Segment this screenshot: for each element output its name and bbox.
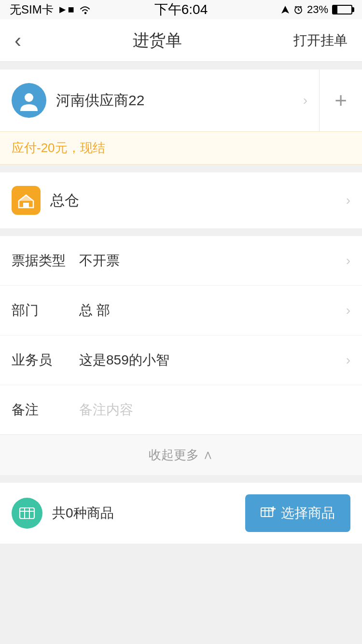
product-count-label: 共0种商品 — [52, 504, 114, 522]
page-title: 进货单 — [133, 29, 182, 52]
department-label: 部门 — [12, 301, 79, 320]
supplier-avatar — [12, 83, 46, 118]
nav-bar: ‹ 进货单 打开挂单 — [0, 19, 362, 62]
location-icon — [281, 5, 290, 14]
department-row[interactable]: 部门 总 部 › — [0, 286, 362, 336]
select-product-button[interactable]: 选择商品 — [245, 494, 350, 532]
supplier-section: 河南供应商22 › + — [0, 70, 362, 131]
svg-rect-8 — [20, 508, 34, 518]
add-supplier-button[interactable]: + — [320, 70, 362, 131]
status-right: 23% — [281, 3, 352, 16]
invoice-chevron-icon: › — [346, 253, 350, 268]
status-time: 下午6:04 — [154, 0, 208, 19]
svg-marker-0 — [281, 6, 289, 14]
warehouse-symbol — [17, 191, 35, 210]
invoice-type-value: 不开票 — [79, 252, 346, 270]
warehouse-chevron-icon: › — [346, 193, 350, 208]
invoice-type-row[interactable]: 票据类型 不开票 › — [0, 236, 362, 286]
remark-row[interactable]: 备注 备注内容 — [0, 385, 362, 434]
notice-text: 应付-20元，现结 — [12, 140, 105, 155]
alarm-icon — [293, 5, 303, 14]
salesperson-value: 这是859的小智 — [79, 351, 346, 369]
salesperson-label: 业务员 — [12, 351, 79, 369]
person-icon — [18, 90, 40, 111]
add-to-cart-icon — [261, 505, 276, 518]
remark-input[interactable]: 备注内容 — [79, 401, 350, 419]
select-product-label: 选择商品 — [281, 504, 335, 522]
collapse-text: 收起更多 ∧ — [149, 447, 213, 463]
content-area: 河南供应商22 › + 应付-20元，现结 总仓 › 票据类型 不开票 › 部门 — [0, 70, 362, 644]
wifi-symbol — [78, 4, 92, 15]
cart-symbol — [18, 504, 36, 522]
open-pending-button[interactable]: 打开挂单 — [293, 31, 348, 50]
supplier-name: 河南供应商22 — [56, 91, 303, 111]
wifi-icon: ►■ — [57, 3, 74, 16]
supplier-selector[interactable]: 河南供应商22 › — [0, 70, 320, 131]
form-section: 票据类型 不开票 › 部门 总 部 › 业务员 这是859的小智 › 备注 备注… — [0, 236, 362, 434]
department-chevron-icon: › — [346, 303, 350, 318]
remark-label: 备注 — [12, 401, 79, 419]
svg-point-6 — [25, 93, 33, 102]
notice-bar: 应付-20元，现结 — [0, 131, 362, 165]
product-count-area: 共0种商品 — [12, 498, 114, 529]
salesperson-row[interactable]: 业务员 这是859的小智 › — [0, 336, 362, 385]
carrier-text: 无SIM卡 — [10, 2, 54, 17]
back-button[interactable]: ‹ — [14, 29, 21, 52]
status-bar: 无SIM卡 ►■ 下午6:04 23% — [0, 0, 362, 19]
product-cart-icon — [12, 498, 42, 529]
select-product-icon — [261, 505, 276, 521]
warehouse-icon — [12, 186, 41, 215]
department-value: 总 部 — [79, 301, 346, 320]
battery-icon — [332, 5, 352, 14]
warehouse-name: 总仓 — [50, 191, 346, 210]
product-section: 共0种商品 选择商品 — [0, 483, 362, 544]
salesperson-chevron-icon: › — [346, 352, 350, 368]
svg-rect-7 — [23, 203, 29, 208]
warehouse-section[interactable]: 总仓 › — [0, 172, 362, 228]
invoice-type-label: 票据类型 — [12, 252, 79, 270]
status-left: 无SIM卡 ►■ — [10, 2, 92, 17]
supplier-chevron-icon: › — [303, 93, 307, 108]
collapse-bar[interactable]: 收起更多 ∧ — [0, 434, 362, 475]
bottom-space — [0, 544, 362, 644]
battery-percent: 23% — [307, 3, 328, 16]
